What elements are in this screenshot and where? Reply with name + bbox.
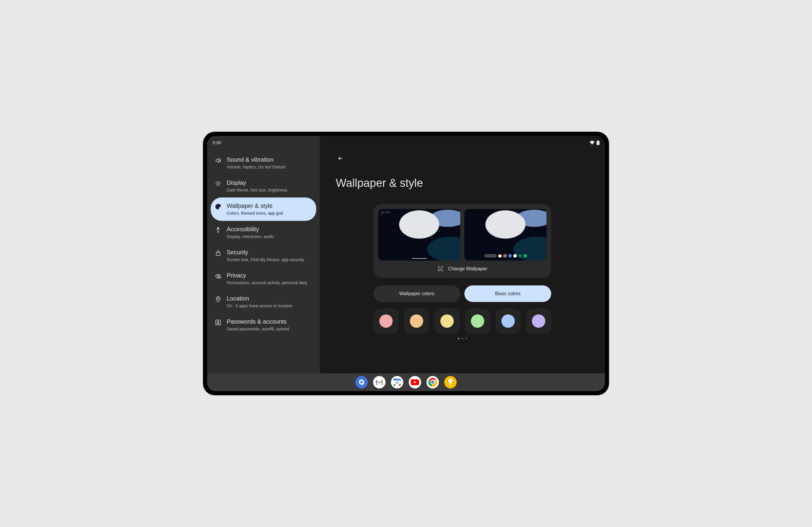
sidebar-item-sound[interactable]: Sound & vibration Volume, haptics, Do No…	[211, 151, 316, 175]
sidebar-item-sub: Permissions, account activity, personal …	[227, 280, 312, 285]
wallpaper-preview-card: Tue, Jul 19● 09 30	[373, 204, 551, 278]
tab-basic-colors[interactable]: Basic colors	[464, 285, 551, 302]
sidebar-item-accessibility[interactable]: Accessibility Display, interaction, audi…	[211, 221, 316, 244]
sidebar-item-passwords[interactable]: Passwords & accounts Saved passwords, au…	[211, 313, 316, 336]
sidebar-item-wallpaper[interactable]: Wallpaper & style Colors, themed icons, …	[211, 197, 316, 221]
sidebar-item-display[interactable]: Display Dark theme, font size, brightnes…	[211, 175, 316, 197]
svg-point-6	[219, 206, 220, 207]
swatch-circle	[532, 314, 545, 328]
pager-dot[interactable]	[466, 338, 467, 339]
pager-dots	[335, 338, 590, 339]
svg-point-7	[218, 227, 219, 228]
svg-text:31: 31	[395, 381, 399, 384]
svg-point-9	[217, 275, 219, 277]
sidebar-item-sub: Dark theme, font size, brightness	[227, 187, 312, 193]
swatch-circle	[440, 314, 453, 328]
svg-point-2	[217, 183, 219, 185]
swatch-circle	[502, 314, 514, 328]
color-swatch-6[interactable]	[526, 308, 551, 334]
sidebar-item-privacy[interactable]: Privacy Permissions, account activity, p…	[211, 267, 316, 290]
sidebar-item-location[interactable]: Location On · 5 apps have access to loca…	[211, 290, 316, 313]
back-button[interactable]	[335, 152, 346, 164]
sidebar-item-label: Location	[227, 295, 312, 302]
color-swatch-4[interactable]	[465, 308, 490, 334]
svg-rect-17	[399, 384, 401, 386]
location-icon	[215, 296, 221, 303]
svg-point-3	[217, 206, 217, 207]
sidebar-item-label: Passwords & accounts	[227, 318, 312, 325]
sidebar-item-sub: Colors, themed icons, app grid	[227, 211, 312, 216]
preview-handle	[412, 258, 427, 259]
sidebar-item-label: Privacy	[227, 272, 312, 279]
gmail-icon	[376, 379, 383, 385]
content-pane: Wallpaper & style Tue, Jul 19● 09 30	[320, 136, 605, 373]
sidebar-item-security[interactable]: Security Screen lock, Find My Device, ap…	[211, 244, 316, 267]
svg-rect-8	[216, 253, 220, 256]
preview-mini-status: Tue, Jul 19●	[381, 211, 390, 215]
change-wallpaper-label: Change Wallpaper	[448, 266, 487, 271]
color-tabs: Wallpaper colors Basic colors	[373, 285, 551, 302]
swatch-circle	[379, 314, 392, 328]
color-swatch-2[interactable]	[404, 308, 429, 334]
main-area: Sound & vibration Volume, haptics, Do No…	[207, 136, 605, 373]
lockscreen-preview[interactable]: Tue, Jul 19● 09 30	[378, 209, 460, 260]
taskbar-app-gmail[interactable]	[373, 376, 386, 389]
swatch-circle	[471, 314, 484, 328]
svg-rect-13	[216, 320, 221, 325]
accessibility-icon	[215, 227, 221, 233]
sidebar-item-label: Accessibility	[227, 226, 312, 233]
taskbar-app-keep[interactable]	[444, 376, 457, 389]
preview-dock	[484, 254, 527, 258]
keep-icon	[448, 378, 453, 386]
account-icon	[215, 319, 221, 326]
sidebar-item-label: Sound & vibration	[227, 156, 312, 163]
color-swatch-3[interactable]	[434, 308, 460, 334]
svg-point-12	[218, 298, 219, 299]
preview-clock: 09 30	[412, 216, 426, 239]
preview-row: Tue, Jul 19● 09 30	[378, 209, 547, 260]
change-wallpaper-button[interactable]: Change Wallpaper	[378, 266, 547, 272]
sidebar-item-label: Display	[227, 179, 312, 186]
taskbar: 31	[207, 373, 605, 391]
svg-rect-19	[394, 379, 395, 380]
lock-icon	[215, 250, 221, 256]
color-swatch-row	[373, 308, 551, 334]
sidebar-item-sub: Volume, haptics, Do Not Disturb	[227, 164, 312, 170]
sidebar-item-label: Security	[227, 249, 312, 256]
svg-point-4	[217, 205, 218, 206]
sidebar-item-sub: Display, interaction, audio	[227, 234, 312, 239]
sidebar-item-sub: On · 5 apps have access to location	[227, 303, 312, 308]
sidebar-item-label: Wallpaper & style	[227, 202, 312, 209]
taskbar-app-youtube[interactable]	[409, 376, 421, 389]
brightness-icon	[215, 180, 221, 187]
arrow-back-icon	[337, 155, 344, 162]
privacy-icon	[215, 273, 221, 280]
pager-dot[interactable]	[462, 338, 463, 339]
taskbar-app-settings[interactable]	[355, 376, 368, 389]
taskbar-app-chrome[interactable]	[426, 376, 439, 389]
sidebar-item-sub: Screen lock, Find My Device, app securit…	[227, 257, 312, 262]
pager-dot[interactable]	[458, 338, 459, 339]
screen: 9:30 Sound & vibration Volume, haptics, …	[207, 136, 605, 391]
gear-icon	[358, 379, 365, 386]
wallpaper-icon	[437, 266, 443, 272]
color-swatch-1[interactable]	[373, 308, 398, 334]
svg-point-5	[218, 205, 219, 206]
calendar-icon: 31	[393, 378, 402, 387]
color-swatch-5[interactable]	[495, 308, 521, 334]
swatch-circle	[410, 314, 423, 328]
homescreen-preview[interactable]	[464, 209, 547, 260]
sidebar-list: Sound & vibration Volume, haptics, Do No…	[207, 137, 320, 339]
device-frame: 9:30 Sound & vibration Volume, haptics, …	[203, 132, 609, 395]
taskbar-app-calendar[interactable]: 31	[391, 376, 403, 389]
chrome-icon	[428, 377, 437, 387]
svg-rect-11	[220, 277, 220, 278]
svg-point-14	[217, 321, 219, 323]
youtube-icon	[411, 379, 419, 385]
settings-sidebar: Sound & vibration Volume, haptics, Do No…	[207, 136, 320, 373]
page-title: Wallpaper & style	[336, 177, 590, 190]
sidebar-item-sub: Saved passwords, autofill, synced	[227, 326, 312, 332]
tab-wallpaper-colors[interactable]: Wallpaper colors	[373, 285, 460, 302]
palette-icon	[215, 204, 221, 210]
clock-line1: 09	[412, 216, 426, 228]
